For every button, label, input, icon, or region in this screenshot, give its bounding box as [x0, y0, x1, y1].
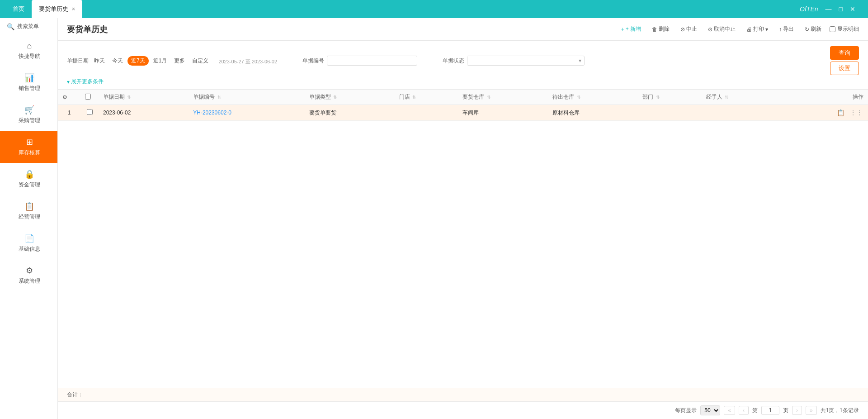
sidebar-label-system: 系统管理 — [19, 277, 40, 285]
row-check[interactable] — [80, 105, 99, 121]
date-btn-more[interactable]: 更多 — [171, 56, 188, 66]
col-pending-warehouse: 待出仓库 ⇅ — [548, 90, 638, 105]
sidebar-item-operation[interactable]: 📋 经营管理 — [0, 195, 57, 227]
print-label: 打印 — [753, 25, 764, 33]
sidebar-item-basic[interactable]: 📄 基础信息 — [0, 227, 57, 259]
pagination-first[interactable]: « — [724, 406, 735, 415]
order-no-input[interactable] — [327, 56, 417, 66]
sidebar-label-purchase: 采购管理 — [19, 117, 40, 124]
col-handler: 经手人 ⇅ — [702, 90, 778, 105]
stop-button[interactable]: ⊘ 中止 — [678, 24, 700, 35]
sidebar-item-sales[interactable]: 📊 销售管理 — [0, 67, 57, 99]
content-area: 要货单历史 + + 新增 🗑 删除 ⊘ 中止 ⊘ 取消中止 — [58, 18, 868, 419]
sort-date[interactable]: ⇅ — [127, 95, 131, 100]
sidebar-label-operation: 经营管理 — [19, 213, 40, 221]
export-button[interactable]: ↑ 导出 — [776, 24, 797, 35]
col-date: 单据日期 ⇅ — [99, 90, 189, 105]
date-btn-custom[interactable]: 自定义 — [189, 56, 211, 66]
page-title: 要货单历史 — [67, 24, 108, 35]
page-prefix: 第 — [752, 407, 758, 414]
maximize-btn[interactable]: □ — [839, 5, 843, 13]
row-type: 要货单要货 — [305, 105, 395, 121]
row-checkbox[interactable] — [87, 109, 93, 115]
filter-row: 单据日期 昨天 今天 近7天 近1月 更多 自定义 2023-05-27 至 2… — [67, 46, 859, 75]
filter-actions: 查询 设置 — [830, 46, 859, 75]
pagination-last[interactable]: » — [806, 406, 817, 415]
query-button[interactable]: 查询 — [830, 46, 859, 60]
tab-active[interactable]: 要货单历史 × — [32, 0, 82, 18]
add-button[interactable]: + + 新增 — [618, 24, 644, 35]
expand-more[interactable]: ▾ 展开更多条件 — [67, 78, 859, 86]
print-button[interactable]: 🖨 打印 ▾ — [744, 24, 771, 35]
filter-settings-button[interactable]: 设置 — [830, 62, 859, 75]
sidebar-label-basic: 基础信息 — [19, 245, 40, 253]
tab-close-icon[interactable]: × — [72, 6, 75, 12]
sort-shop[interactable]: ⇅ — [412, 95, 416, 100]
row-pending-warehouse: 原材料仓库 — [548, 105, 638, 121]
sidebar-item-purchase[interactable]: 🛒 采购管理 — [0, 99, 57, 131]
col-shop: 门店 ⇅ — [395, 90, 458, 105]
row-handler — [702, 105, 778, 121]
date-btn-today[interactable]: 今天 — [109, 56, 126, 66]
order-no-filter: 单据编号 — [302, 56, 417, 66]
date-range: 2023-05-27 至 2023-06-02 — [218, 58, 277, 65]
pagination-total: 共1页，1条记录 — [821, 407, 859, 414]
status-select[interactable]: ▾ — [467, 56, 585, 66]
footer-summary: 合计： — [58, 388, 868, 401]
status-arrow[interactable]: ▾ — [576, 57, 584, 64]
status-filter: 单据状态 ▾ — [443, 56, 585, 66]
page-header: 要货单历史 + + 新增 🗑 删除 ⊘ 中止 ⊘ 取消中止 — [58, 18, 868, 41]
close-window-btn[interactable]: ✕ — [850, 5, 855, 13]
sidebar-item-system[interactable]: ⚙ 系统管理 — [0, 259, 57, 291]
pagination: 每页显示 50 « ‹ 第 页 › » 共1页，1条记录 — [58, 401, 868, 419]
status-label: 单据状态 — [443, 57, 464, 65]
date-btn-yesterday[interactable]: 昨天 — [91, 56, 108, 66]
date-btn-7days[interactable]: 近7天 — [127, 56, 149, 66]
sort-req-warehouse[interactable]: ⇅ — [487, 95, 491, 100]
sidebar-search[interactable]: 🔍 搜索菜单 — [0, 18, 57, 35]
sort-dept[interactable]: ⇅ — [656, 95, 660, 100]
display-detail-toggle[interactable]: 显示明细 — [830, 25, 859, 33]
pagination-prev[interactable]: ‹ — [739, 406, 749, 415]
row-no: YH-20230602-0 — [189, 105, 304, 121]
add-icon: + — [621, 26, 624, 33]
cancel-stop-button[interactable]: ⊘ 取消中止 — [705, 24, 738, 35]
sort-no[interactable]: ⇅ — [217, 95, 221, 100]
status-input[interactable] — [467, 56, 576, 65]
sidebar-item-inventory[interactable]: ⊞ 库存核算 — [0, 131, 57, 163]
check-all[interactable] — [85, 94, 91, 100]
row-shop — [395, 105, 458, 121]
row-action-edit[interactable]: 📋 — [836, 108, 845, 117]
sidebar-item-quick-nav[interactable]: ⌂ 快捷导航 — [0, 35, 57, 67]
date-btn-1month[interactable]: 近1月 — [151, 56, 170, 66]
col-check-header[interactable] — [80, 90, 99, 105]
delete-icon: 🗑 — [652, 26, 657, 33]
settings-icon[interactable]: ⚙ — [62, 94, 67, 100]
col-settings[interactable]: ⚙ — [58, 90, 80, 105]
sort-pending-warehouse[interactable]: ⇅ — [577, 95, 580, 100]
delete-button[interactable]: 🗑 删除 — [649, 24, 672, 35]
sidebar-search-label: 搜索菜单 — [17, 23, 39, 30]
row-actions: 📋 ⋮⋮ — [778, 105, 868, 121]
print-icon: 🖨 — [746, 26, 752, 33]
refresh-button[interactable]: ↻ 刷新 — [802, 24, 824, 35]
display-detail-checkbox[interactable] — [830, 26, 835, 32]
top-bar: 首页 要货单历史 × OfTEn — □ ✕ — [0, 0, 868, 18]
minimize-btn[interactable]: — — [826, 5, 832, 13]
inventory-icon: ⊞ — [26, 137, 33, 147]
display-detail-label: 显示明细 — [837, 25, 859, 33]
table-row[interactable]: 1 2023-06-02 YH-20230602-0 要货单要货 车间库 原材料… — [58, 105, 868, 121]
sidebar-item-finance[interactable]: 🔒 资金管理 — [0, 163, 57, 195]
sort-handler[interactable]: ⇅ — [725, 95, 728, 100]
tab-home[interactable]: 首页 — [5, 0, 32, 18]
basic-icon: 📄 — [24, 233, 34, 243]
col-dept: 部门 ⇅ — [638, 90, 701, 105]
sort-type[interactable]: ⇅ — [333, 95, 337, 100]
row-no-link[interactable]: YH-20230602-0 — [193, 110, 231, 116]
per-page-select[interactable]: 50 — [700, 405, 720, 415]
pagination-next[interactable]: › — [792, 406, 802, 415]
page-input[interactable] — [761, 406, 779, 415]
row-action-more[interactable]: ⋮⋮ — [849, 108, 863, 117]
date-label: 单据日期 — [67, 57, 89, 65]
col-req-warehouse: 要货仓库 ⇅ — [458, 90, 548, 105]
